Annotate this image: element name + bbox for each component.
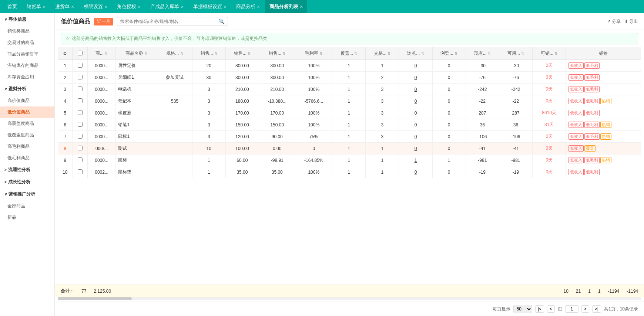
nav-close-icon[interactable]: ✕ bbox=[224, 5, 227, 9]
row-checkbox[interactable] bbox=[78, 63, 83, 68]
row-checkbox[interactable] bbox=[78, 75, 83, 79]
time-tag-button[interactable]: 近一月 bbox=[94, 18, 113, 26]
sidebar-item-高价值商品[interactable]: 高价值商品 bbox=[0, 95, 54, 106]
nav-item-进货单[interactable]: 进货单✕ bbox=[51, 0, 78, 13]
view1-link[interactable]: 0 bbox=[415, 87, 417, 92]
sidebar-item-低价值商品[interactable]: 低价值商品 bbox=[0, 106, 54, 118]
view1-link[interactable]: 0 bbox=[415, 75, 417, 80]
nav-item-商品分析列表[interactable]: 商品分析列表✕ bbox=[265, 0, 307, 13]
sidebar-group-流通性分析[interactable]: >流通性分析 bbox=[0, 164, 54, 176]
next-page-button[interactable]: > bbox=[581, 305, 589, 313]
sidebar-item-交易过的商品[interactable]: 交易过的商品 bbox=[0, 37, 54, 48]
view1-link[interactable]: 1 bbox=[415, 158, 417, 163]
view1-link[interactable]: 0 bbox=[415, 111, 417, 116]
page-size-select[interactable]: 50 100 bbox=[513, 305, 532, 313]
col-spec[interactable]: 规格... ⇅ bbox=[157, 47, 192, 60]
sidebar-item-库存资金占用[interactable]: 库存资金占用 bbox=[0, 71, 54, 83]
nav-item-角色授权[interactable]: 角色授权✕ bbox=[113, 0, 145, 13]
horizontal-scrollbar[interactable] bbox=[58, 297, 641, 300]
nav-close-icon[interactable]: ✕ bbox=[181, 5, 184, 9]
row-checkbox[interactable] bbox=[78, 98, 83, 103]
sidebar-item-高覆盖度商品[interactable]: 高覆盖度商品 bbox=[0, 118, 54, 129]
col-trade[interactable]: 交易... ⇅ bbox=[366, 47, 399, 60]
nav-close-icon[interactable]: ✕ bbox=[43, 5, 46, 9]
row-checkbox[interactable] bbox=[78, 146, 83, 150]
search-input[interactable] bbox=[120, 19, 217, 24]
row-view1[interactable]: 0 bbox=[399, 60, 432, 72]
select-all-checkbox[interactable] bbox=[78, 51, 83, 55]
nav-close-icon[interactable]: ✕ bbox=[71, 5, 74, 9]
row-checkbox[interactable] bbox=[78, 157, 83, 162]
prev-page-button[interactable]: < bbox=[547, 305, 555, 313]
sidebar-item-滞销库存的商品[interactable]: 滞销库存的商品 bbox=[0, 60, 54, 71]
row-view1[interactable]: 0 bbox=[399, 131, 432, 143]
sidebar-group-营销推广分析[interactable]: ∨营销推广分析 bbox=[0, 188, 54, 200]
row-view1[interactable]: 0 bbox=[399, 72, 432, 84]
col-coverage[interactable]: 覆盖... ⇅ bbox=[332, 47, 366, 60]
nav-item-产成品入库单[interactable]: 产成品入库单✕ bbox=[146, 0, 188, 13]
view1-link[interactable]: 0 bbox=[415, 63, 417, 68]
last-page-button[interactable]: >| bbox=[592, 305, 601, 313]
sidebar-item-低覆盖度商品[interactable]: 低覆盖度商品 bbox=[0, 129, 54, 141]
row-view1[interactable]: 0 bbox=[399, 84, 432, 95]
row-margin: 0 bbox=[295, 143, 332, 154]
view1-link[interactable]: 0 bbox=[415, 146, 417, 151]
row-checkbox-cell bbox=[73, 119, 87, 131]
sidebar-item-新品[interactable]: 新品 bbox=[0, 212, 54, 223]
col-margin[interactable]: 毛利率 ⇅ bbox=[295, 47, 332, 60]
nav-close-icon[interactable]: ✕ bbox=[104, 5, 107, 9]
sidebar-item-商品分类销售率[interactable]: 商品分类销售率 bbox=[0, 48, 54, 60]
row-checkbox[interactable] bbox=[78, 134, 83, 139]
view1-link[interactable]: 0 bbox=[415, 122, 417, 128]
row-view1[interactable]: 0 bbox=[399, 119, 432, 131]
col-sellable[interactable]: 可销... ⇅ bbox=[533, 47, 566, 60]
row-current: -41 bbox=[466, 143, 499, 154]
sidebar-group-成长性分析[interactable]: >成长性分析 bbox=[0, 176, 54, 188]
nav-item-首页[interactable]: 首页 bbox=[3, 0, 21, 13]
sidebar-item-低毛利商品[interactable]: 低毛利商品 bbox=[0, 152, 54, 164]
col-name[interactable]: 商品名称 ⇅ bbox=[116, 47, 157, 60]
sidebar-item-高毛利商品[interactable]: 高毛利商品 bbox=[0, 141, 54, 152]
row-view1[interactable]: 1 bbox=[399, 154, 432, 166]
nav-close-icon[interactable]: ✕ bbox=[138, 5, 141, 9]
export-icon: ⬇ bbox=[624, 19, 628, 24]
row-view1[interactable]: 0 bbox=[399, 95, 432, 107]
col-view2[interactable]: 浏览... ⇅ bbox=[432, 47, 466, 60]
col-sale-qty[interactable]: 销售... ⇅ bbox=[192, 47, 225, 60]
first-page-button[interactable]: |< bbox=[535, 305, 544, 313]
sidebar-group-整体信息[interactable]: ∨整体信息 bbox=[0, 13, 54, 26]
nav-item-权限设置[interactable]: 权限设置✕ bbox=[79, 0, 112, 13]
col-sale-amount[interactable]: 销售... ⇅ bbox=[225, 47, 259, 60]
table-container[interactable]: ⚙ 商... ⇅ 商品名称 ⇅ 规格... ⇅ 销售... ⇅ 销售... ⇅ … bbox=[55, 47, 644, 285]
nav-item-单据模板设置[interactable]: 单据模板设置✕ bbox=[189, 0, 231, 13]
export-button[interactable]: ⬇ 导出 bbox=[624, 18, 638, 25]
col-view1[interactable]: 浏览... ⇅ bbox=[399, 47, 432, 60]
col-settings[interactable]: ⚙ bbox=[58, 47, 73, 60]
view1-link[interactable]: 0 bbox=[415, 170, 417, 175]
sidebar-item-销售类商品[interactable]: 销售类商品 bbox=[0, 26, 54, 37]
col-available[interactable]: 可用... ⇅ bbox=[499, 47, 532, 60]
nav-close-icon[interactable]: ✕ bbox=[257, 5, 260, 9]
row-checkbox[interactable] bbox=[78, 169, 83, 174]
scrollbar-thumb[interactable] bbox=[58, 297, 132, 300]
view1-link[interactable]: 0 bbox=[415, 99, 417, 104]
row-view1[interactable]: 0 bbox=[399, 166, 432, 178]
row-checkbox[interactable] bbox=[78, 86, 83, 91]
row-view1[interactable]: 0 bbox=[399, 143, 432, 154]
view1-link[interactable]: 0 bbox=[415, 134, 417, 139]
col-sale-price[interactable]: 销售... ⇅ bbox=[259, 47, 295, 60]
row-checkbox[interactable] bbox=[78, 110, 83, 115]
row-checkbox[interactable] bbox=[78, 122, 83, 127]
nav-item-商品分析[interactable]: 商品分析✕ bbox=[232, 0, 264, 13]
sidebar-group-盈财分析[interactable]: ∨盈财分析 bbox=[0, 83, 54, 95]
sidebar-item-全部商品[interactable]: 全部商品 bbox=[0, 200, 54, 212]
row-view1[interactable]: 0 bbox=[399, 107, 432, 119]
nav-close-icon[interactable]: ✕ bbox=[300, 5, 303, 9]
col-code[interactable]: 商... ⇅ bbox=[87, 47, 116, 60]
nav-item-销货单[interactable]: 销货单✕ bbox=[22, 0, 50, 13]
page-number-input[interactable] bbox=[565, 305, 578, 313]
search-icon[interactable]: 🔍 bbox=[218, 18, 225, 24]
col-current[interactable]: 现有... ⇅ bbox=[466, 47, 499, 60]
share-button[interactable]: ↗ 分享 bbox=[607, 18, 621, 25]
row-view2: 0 bbox=[432, 84, 466, 95]
